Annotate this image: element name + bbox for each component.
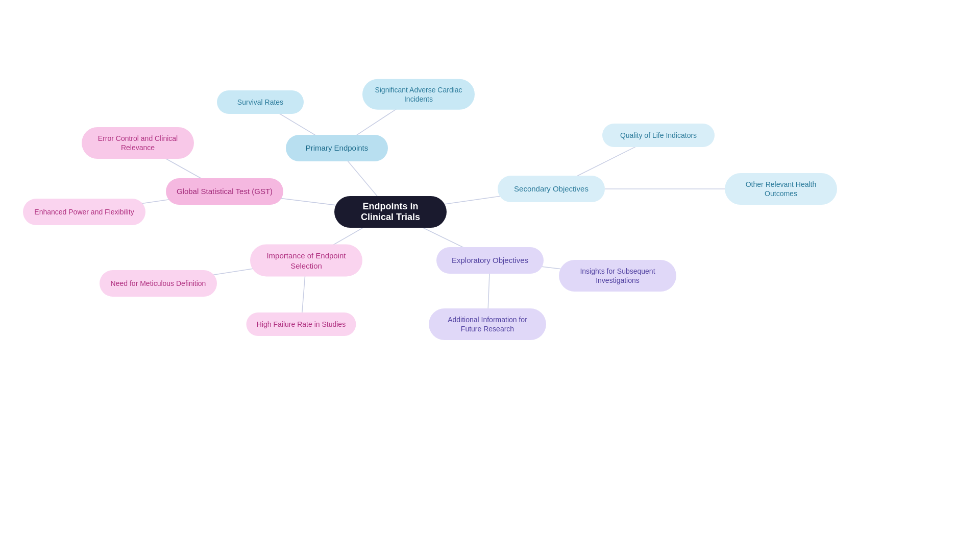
exploratory-objectives-node: Exploratory Objectives xyxy=(436,247,544,274)
gst-node: Global Statistical Test (GST) xyxy=(166,178,283,205)
error-control-node: Error Control and Clinical Relevance xyxy=(82,127,194,159)
additional-info-node: Additional Information for Future Resear… xyxy=(429,308,546,340)
significant-adverse-node: Significant Adverse Cardiac Incidents xyxy=(362,79,475,110)
enhanced-power-node: Enhanced Power and Flexibility xyxy=(23,199,145,225)
secondary-objectives-node: Secondary Objectives xyxy=(498,176,605,202)
insights-subsequent-node: Insights for Subsequent Investigations xyxy=(559,260,676,292)
primary-endpoints-node: Primary Endpoints xyxy=(286,135,388,161)
survival-rates-node: Survival Rates xyxy=(217,90,304,114)
other-relevant-node: Other Relevant Health Outcomes xyxy=(725,173,837,205)
importance-endpoint-node: Importance of Endpoint Selection xyxy=(250,245,362,277)
need-meticulous-node: Need for Meticulous Definition xyxy=(100,270,217,297)
quality-of-life-node: Quality of Life Indicators xyxy=(602,124,715,147)
high-failure-node: High Failure Rate in Studies xyxy=(247,312,356,336)
center-node: Endpoints in Clinical Trials xyxy=(334,196,447,228)
